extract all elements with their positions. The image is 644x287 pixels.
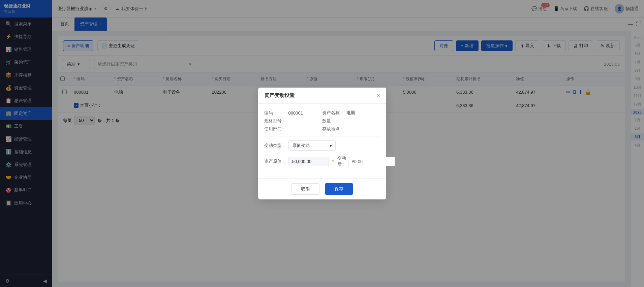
modal-qty-field: 数量： [322,118,380,124]
spec-label: 规格型号： [264,118,288,124]
modal-info-row2: 规格型号： 数量： [264,118,380,124]
change-type-value: 原值变动 [292,142,310,149]
asset-change-modal: 资产变动设置 × 编码： 000001 资产名称： 电脑 规格型号： [258,88,386,199]
modal-overlay[interactable]: 资产变动设置 × 编码： 000001 资产名称： 电脑 规格型号： [0,0,644,287]
value-row: 资产原值： 50,000.00 * 变动后： [264,155,380,167]
modal-location-field: 存放地点： [322,126,380,132]
change-type-selector[interactable]: 原值变动 ▾ [288,140,336,151]
change-type-label: 变动类型： [264,142,288,149]
save-button[interactable]: 保存 [325,183,353,195]
modal-dept-field: 使用部门： [264,126,322,132]
change-type-chevron-icon: ▾ [330,143,332,148]
modal-close-button[interactable]: × [377,93,380,99]
modal-divider [264,136,380,136]
modal-name-field: 资产名称： 电脑 [322,110,380,116]
asset-name-value: 电脑 [346,110,355,116]
required-mark: * [332,159,334,164]
modal-footer: 取消 保存 [258,178,386,199]
modal-spec-field: 规格型号： [264,118,322,124]
change-type-row: 变动类型： 原值变动 ▾ [264,140,380,151]
modal-header: 资产变动设置 × [258,88,386,104]
modal-info-row1: 编码： 000001 资产名称： 电脑 [264,110,380,116]
location-label: 存放地点： [322,126,346,132]
asset-name-label: 资产名称： [322,110,346,116]
after-label: 变动后： [337,155,346,167]
modal-info-row3: 使用部门： 存放地点： [264,126,380,132]
qty-label: 数量： [322,118,346,124]
original-value-label: 资产原值： [264,158,288,164]
dept-label: 使用部门： [264,126,288,132]
code-label: 编码： [264,110,288,116]
original-value-display: 50,000.00 [288,157,329,166]
modal-body: 编码： 000001 资产名称： 电脑 规格型号： 数量： [258,104,386,178]
code-value: 000001 [288,110,303,116]
modal-code-field: 编码： 000001 [264,110,322,116]
cancel-button[interactable]: 取消 [291,183,319,195]
after-value-input[interactable] [348,157,395,166]
modal-title: 资产变动设置 [264,92,295,99]
